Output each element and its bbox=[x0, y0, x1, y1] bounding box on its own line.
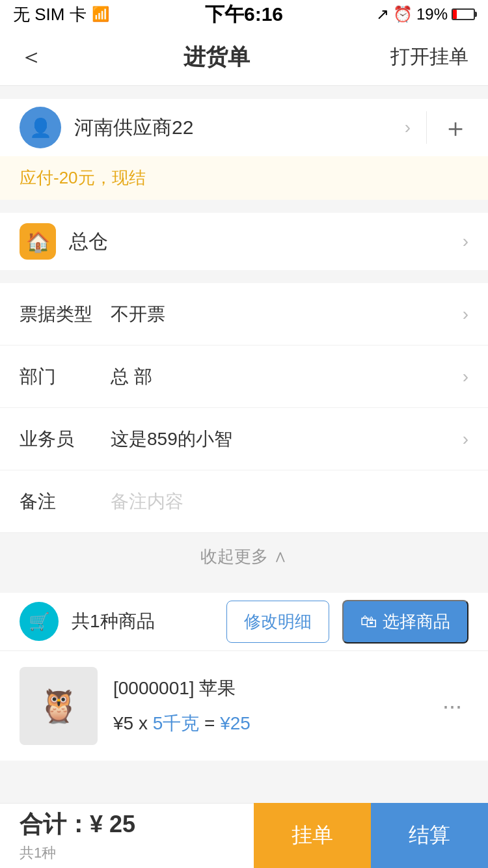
bill-type-value: 不开票 bbox=[111, 302, 463, 327]
status-bar: 无 SIM 卡 📶 下午6:16 ↗ ⏰ 19% bbox=[0, 0, 488, 29]
checkout-label: 结算 bbox=[409, 821, 450, 850]
product-price: ¥5 x 5千克 = ¥25 bbox=[113, 711, 436, 736]
battery-indicator bbox=[452, 8, 475, 20]
chevron-right-icon: › bbox=[463, 366, 468, 387]
product-header: 🛒 共1种商品 修改明细 🛍 选择商品 bbox=[0, 593, 488, 650]
product-info: [0000001] 苹果 ¥5 x 5千克 = ¥25 bbox=[113, 676, 436, 736]
dept-row[interactable]: 部门 总 部 › bbox=[0, 346, 488, 408]
select-product-label: 选择商品 bbox=[383, 610, 450, 633]
hang-button[interactable]: 挂单 bbox=[254, 803, 371, 868]
gap2 bbox=[0, 200, 488, 213]
page-title: 进货单 bbox=[183, 42, 250, 72]
product-item: 🦉 [0000001] 苹果 ¥5 x 5千克 = ¥25 ··· bbox=[0, 651, 488, 761]
more-button[interactable]: ··· bbox=[436, 686, 468, 726]
total-label: 合计： bbox=[20, 811, 90, 837]
gap4 bbox=[0, 580, 488, 593]
sales-value: 这是859的小智 bbox=[111, 427, 463, 452]
hang-label: 挂单 bbox=[291, 821, 333, 850]
edit-detail-button[interactable]: 修改明细 bbox=[226, 601, 329, 643]
order-summary: 合计：¥ 25 共1种 bbox=[0, 803, 254, 868]
remark-label: 备注 bbox=[20, 489, 111, 514]
nav-bar: ＜ 进货单 打开挂单 bbox=[0, 29, 488, 86]
notice-banner: 应付-20元，现结 bbox=[0, 156, 488, 200]
carrier-text: 无 SIM 卡 bbox=[13, 3, 87, 26]
supplier-name: 河南供应商22 bbox=[74, 115, 193, 141]
bag-icon: 🛒 bbox=[29, 612, 49, 632]
sales-row[interactable]: 业务员 这是859的小智 › bbox=[0, 408, 488, 470]
chevron-right-icon: › bbox=[463, 429, 468, 450]
warehouse-icon: 🏠 bbox=[20, 223, 56, 260]
select-product-button[interactable]: 🛍 选择商品 bbox=[342, 600, 468, 644]
vertical-divider bbox=[426, 111, 427, 144]
sales-label: 业务员 bbox=[20, 427, 111, 452]
price-equals: = bbox=[199, 713, 220, 733]
status-time: 下午6:16 bbox=[205, 1, 283, 28]
price-total: ¥25 bbox=[220, 713, 251, 733]
product-icon: 🛒 bbox=[20, 602, 59, 641]
back-button[interactable]: ＜ bbox=[20, 41, 43, 73]
status-right: ↗ ⏰ 19% bbox=[376, 5, 475, 23]
product-name: [0000001] 苹果 bbox=[113, 676, 436, 701]
remark-input[interactable]: 备注内容 bbox=[111, 489, 468, 514]
dept-label: 部门 bbox=[20, 364, 111, 389]
notice-text: 应付-20元，现结 bbox=[20, 168, 146, 187]
warehouse-row[interactable]: 🏠 总仓 › bbox=[0, 213, 488, 270]
status-carrier: 无 SIM 卡 📶 bbox=[13, 3, 109, 26]
dept-value: 总 部 bbox=[111, 364, 463, 389]
total-value: ¥ 25 bbox=[90, 811, 135, 837]
price-qty: 5千克 bbox=[153, 713, 200, 733]
gap3 bbox=[0, 270, 488, 283]
open-hang-button[interactable]: 打开挂单 bbox=[390, 44, 468, 70]
checkout-button[interactable]: 结算 bbox=[371, 803, 488, 868]
location-icon: ↗ bbox=[376, 5, 389, 23]
gap1 bbox=[0, 86, 488, 99]
remark-row[interactable]: 备注 备注内容 bbox=[0, 470, 488, 533]
collapse-label: 收起更多 ∧ bbox=[200, 545, 287, 568]
select-product-icon: 🛍 bbox=[360, 612, 377, 632]
bill-type-row[interactable]: 票据类型 不开票 › bbox=[0, 283, 488, 346]
product-thumbnail: 🦉 bbox=[20, 667, 98, 745]
supplier-avatar: 👤 bbox=[20, 107, 61, 148]
alarm-icon: ⏰ bbox=[393, 5, 413, 23]
supplier-content[interactable]: 👤 河南供应商22 › bbox=[20, 107, 411, 148]
chevron-right-icon: › bbox=[463, 231, 468, 252]
chevron-right-icon: › bbox=[405, 117, 411, 138]
bottom-bar: 合计：¥ 25 共1种 挂单 结算 bbox=[0, 803, 488, 868]
bill-type-label: 票据类型 bbox=[20, 302, 111, 327]
supplier-section: 👤 河南供应商22 › ＋ bbox=[0, 99, 488, 156]
warehouse-name: 总仓 bbox=[69, 228, 108, 255]
total-amount: 合计：¥ 25 bbox=[20, 809, 234, 841]
chevron-right-icon: › bbox=[463, 304, 468, 325]
collapse-row[interactable]: 收起更多 ∧ bbox=[0, 533, 488, 580]
battery-percent: 19% bbox=[416, 5, 448, 23]
avatar-icon: 👤 bbox=[29, 117, 52, 139]
product-count: 共1种商品 bbox=[72, 609, 213, 634]
owl-icon: 🦉 bbox=[38, 687, 79, 725]
price-unit: ¥5 x bbox=[113, 713, 153, 733]
add-button[interactable]: ＋ bbox=[442, 115, 468, 141]
item-count: 共1种 bbox=[20, 843, 234, 863]
wifi-icon: 📶 bbox=[92, 6, 109, 23]
